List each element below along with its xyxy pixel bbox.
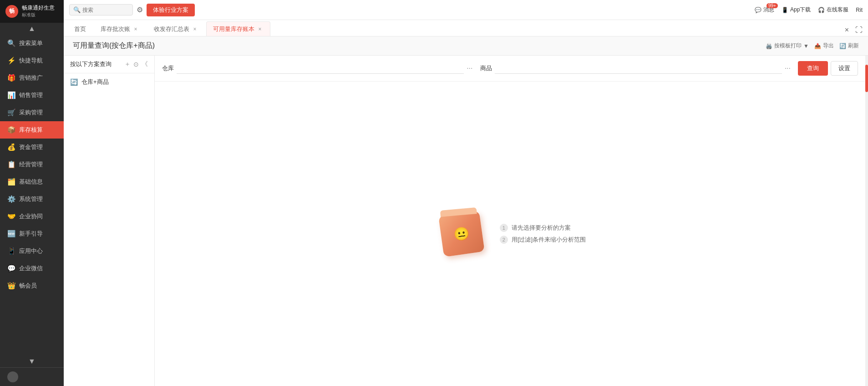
user-menu-btn[interactable]: Rit [856, 7, 863, 13]
tab-close-available[interactable]: × [256, 26, 264, 33]
marketing-icon: 🎁 [7, 74, 15, 82]
filter-panel-title: 按以下方案查询 [70, 60, 112, 68]
enterprise-icon: 🤝 [7, 212, 15, 221]
sidebar-item-system[interactable]: ⚙️ 系统管理 [0, 190, 64, 208]
sidebar-item-basic[interactable]: 🗂️ 基础信息 [0, 173, 64, 190]
goods-label: 商品 [480, 64, 492, 72]
tab-maximize-btn[interactable]: ⛶ [853, 24, 864, 36]
empty-illustration: 😐 [434, 206, 489, 261]
tab-close-summary[interactable]: × [191, 26, 198, 33]
online-service-btn[interactable]: 🎧 在线客服 [818, 6, 848, 14]
search-icon-topbar: 🔍 [73, 6, 81, 13]
inventory-icon: 📦 [7, 126, 15, 134]
sidebar-item-wechat[interactable]: 💬 企业微信 [0, 260, 64, 277]
app-download-btn[interactable]: 📱 App下载 [782, 6, 811, 14]
system-icon: ⚙️ [7, 195, 15, 203]
sidebar-nav: 🔍 搜索菜单 ⚡ 快捷导航 🎁 营销推广 📊 销售管理 🛒 采购管理 📦 库存核… [0, 35, 64, 355]
print-icon: 🖨️ [766, 43, 772, 49]
app-icon: 📱 [782, 7, 788, 13]
trial-button[interactable]: 体验行业方案 [147, 4, 195, 16]
print-dropdown-icon: ▼ [803, 43, 809, 49]
tab-bar: 首页 库存批次账 × 收发存汇总表 × 可用量库存账本 × × ⛶ [64, 20, 868, 36]
filter-header: 按以下方案查询 ＋ ⊙ 《 [64, 56, 154, 73]
search-input[interactable] [82, 7, 128, 13]
sidebar-scroll-down[interactable]: ▼ [0, 355, 64, 367]
goods-more-btn[interactable]: ··· [785, 64, 791, 72]
tab-available[interactable]: 可用量库存账本 × [206, 21, 270, 36]
basic-icon: 🗂️ [7, 178, 15, 186]
tip-num-1: 1 [500, 224, 508, 232]
gear-icon[interactable]: ⚙ [137, 5, 143, 14]
purchase-icon: 🛒 [7, 108, 15, 117]
export-icon: 📤 [814, 43, 821, 49]
sidebar-item-inventory[interactable]: 📦 库存核算 [0, 121, 64, 139]
query-actions: 查询 设置 [798, 61, 858, 76]
filter-add-btn[interactable]: ＋ [124, 60, 131, 68]
sidebar-item-enterprise[interactable]: 🤝 企业协同 [0, 208, 64, 225]
warehouse-input[interactable] [177, 63, 464, 74]
sidebar-item-marketing[interactable]: 🎁 营销推广 [0, 69, 64, 87]
sidebar-item-member[interactable]: 👑 畅会员 [0, 277, 64, 294]
sidebar-item-operation[interactable]: 📋 经营管理 [0, 156, 64, 173]
tab-batch[interactable]: 库存批次账 × [94, 21, 146, 36]
warehouse-label: 仓库 [162, 64, 174, 72]
sidebar-item-search[interactable]: 🔍 搜索菜单 [0, 35, 64, 52]
empty-tip-1: 1 请先选择要分析的方案 [500, 224, 586, 232]
topbar: 🔍 ⚙ 体验行业方案 💬 消息 99+ 📱 App下载 🎧 在线客服 Rit [64, 0, 868, 20]
sidebar-item-finance[interactable]: 💰 资金管理 [0, 139, 64, 156]
sidebar-scroll-up[interactable]: ▲ [0, 23, 64, 35]
page-title: 可用量查询(按仓库+商品) [73, 41, 155, 51]
warehouse-more-btn[interactable]: ··· [467, 64, 472, 72]
tab-close-batch[interactable]: × [132, 26, 139, 33]
message-badge: 99+ [766, 3, 778, 8]
sidebar-logo: 畅 [5, 5, 18, 18]
member-icon: 👑 [7, 282, 15, 290]
goods-input[interactable] [495, 63, 782, 74]
newbie-icon: 🆕 [7, 230, 15, 238]
empty-tips: 1 请先选择要分析的方案 2 用[过滤]条件来缩小分析范围 [500, 224, 586, 244]
finance-icon: 💰 [7, 143, 15, 151]
quicknav-icon: ⚡ [7, 57, 15, 65]
tab-bar-controls: × ⛶ [843, 24, 864, 36]
sidebar-item-sales[interactable]: 📊 销售管理 [0, 87, 64, 104]
query-button[interactable]: 查询 [798, 61, 828, 76]
filter-collapse-btn[interactable]: 《 [142, 60, 148, 68]
sidebar: 畅 畅康通好生意 标准版 ▲ 🔍 搜索菜单 ⚡ 快捷导航 🎁 营销推广 📊 销售… [0, 0, 64, 386]
scrollbar-thumb[interactable] [865, 65, 868, 92]
tab-home[interactable]: 首页 [67, 21, 93, 36]
empty-state: 😐 1 请先选择要分析的方案 2 用[过滤]条件来缩小分析范围 [155, 82, 865, 386]
operation-icon: 📋 [7, 160, 15, 169]
search-box[interactable]: 🔍 [69, 4, 133, 15]
search-icon: 🔍 [7, 39, 15, 47]
filter-panel: 按以下方案查询 ＋ ⊙ 《 🔄 仓库+商品 [64, 56, 155, 386]
wechat-icon: 💬 [7, 264, 15, 273]
main-area: 🔍 ⚙ 体验行业方案 💬 消息 99+ 📱 App下载 🎧 在线客服 Rit [64, 0, 868, 386]
sidebar-bottom [0, 367, 64, 386]
goods-filter-group: 商品 ··· [480, 63, 791, 74]
empty-box-face: 😐 [452, 225, 470, 242]
message-btn[interactable]: 💬 消息 99+ [755, 6, 774, 14]
sidebar-title: 畅康通好生意 [22, 5, 55, 12]
print-btn[interactable]: 🖨️ 按模板打印 ▼ [766, 42, 809, 50]
filter-item-warehouse-goods[interactable]: 🔄 仓库+商品 [64, 73, 154, 91]
warehouse-goods-icon: 🔄 [70, 78, 78, 86]
refresh-icon: 🔄 [839, 43, 846, 49]
sidebar-item-purchase[interactable]: 🛒 采购管理 [0, 104, 64, 121]
sidebar-item-newbie[interactable]: 🆕 新手引导 [0, 225, 64, 242]
appcenter-icon: 📱 [7, 247, 15, 255]
filter-header-actions: ＋ ⊙ 《 [124, 60, 148, 68]
setting-button[interactable]: 设置 [831, 61, 858, 76]
filter-settings-btn[interactable]: ⊙ [133, 60, 139, 68]
export-btn[interactable]: 📤 导出 [814, 42, 834, 50]
content-area: 按以下方案查询 ＋ ⊙ 《 🔄 仓库+商品 仓库 ··· [64, 56, 868, 386]
right-scrollbar [865, 56, 868, 386]
query-area: 仓库 ··· 商品 ··· 查询 设置 😐 [155, 56, 865, 386]
sales-icon: 📊 [7, 91, 15, 99]
tab-close-all-btn[interactable]: × [843, 24, 851, 36]
sidebar-item-quicknav[interactable]: ⚡ 快捷导航 [0, 52, 64, 69]
tab-summary[interactable]: 收发存汇总表 × [147, 21, 205, 36]
user-avatar [7, 371, 18, 382]
sidebar-item-appcenter[interactable]: 📱 应用中心 [0, 242, 64, 260]
refresh-btn[interactable]: 🔄 刷新 [839, 42, 859, 50]
topbar-right: 💬 消息 99+ 📱 App下载 🎧 在线客服 Rit [755, 6, 863, 14]
